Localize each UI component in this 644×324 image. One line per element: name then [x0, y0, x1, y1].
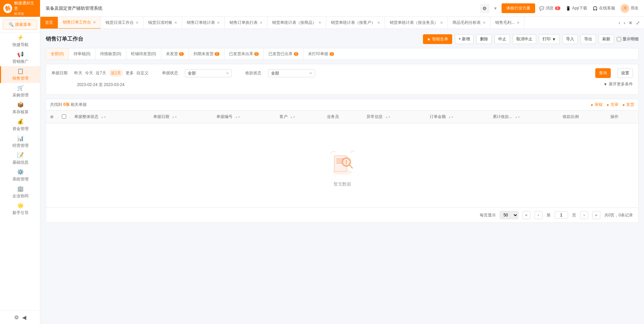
sub-tab-pending-review[interactable]: 待审核(0) [69, 48, 96, 59]
sort-amount[interactable]: ▲▼ [448, 116, 454, 119]
stop-button[interactable]: 中止 [495, 34, 510, 44]
ship-action-button[interactable]: ● 发货 [622, 102, 634, 108]
chevron-down-icon[interactable]: ▼ [493, 6, 498, 11]
sub-tab-pending-inspect[interactable]: 待拣验货(0) [95, 48, 126, 59]
sort-status[interactable]: ▲▼ [101, 116, 106, 119]
date-opt-more[interactable]: 更多 [126, 70, 134, 76]
delete-button[interactable]: 删除 [476, 34, 492, 44]
tab-sales-stats[interactable]: 销售订单统计表 ✕ [182, 17, 225, 29]
tab-cash-reconcile[interactable]: 钱货日清对账 ✕ [143, 17, 182, 29]
tab-close-all[interactable]: ✕ [627, 19, 634, 26]
sidebar-nav-item-marketing[interactable]: 📢 营销推广 [0, 49, 40, 66]
export-button[interactable]: 导出 [581, 34, 596, 44]
sort-collected[interactable]: ▲▼ [515, 116, 520, 119]
tab-close-sales-workbench[interactable]: ✕ [93, 21, 96, 24]
payment-status-select[interactable]: 全部 未收款 部分收款 已收清 [268, 69, 315, 77]
sort-number[interactable]: ▲▼ [235, 116, 241, 119]
tab-sales-summary-product[interactable]: 销货单统计表（按商品） ✕ [267, 17, 326, 29]
app-download-button[interactable]: 📱 App下载 [566, 5, 587, 11]
add-button[interactable]: + 新增 [455, 34, 474, 44]
prev-page-button[interactable]: ‹ [534, 211, 543, 219]
sort-customer[interactable]: ▲▼ [290, 116, 296, 119]
tab-gross-profit[interactable]: 商品毛利分析表 ✕ [448, 17, 490, 29]
query-button[interactable]: 查询 [595, 68, 611, 78]
status-select[interactable]: 全部 审核中 已审核 已中止 [185, 69, 232, 77]
tab-sales-more[interactable]: 销售毛利... ✕ [490, 17, 524, 29]
smart-create-button[interactable]: ★ 智能生单 [423, 34, 452, 44]
sub-tab-shipped-not-in[interactable]: 已发货未出库 0 [224, 48, 264, 59]
tab-sales-summary-customer[interactable]: 销货单统计表（按客户） ✕ [326, 17, 385, 29]
sub-tab-overdue[interactable]: 到期未发货 0 [189, 48, 224, 59]
sort-date[interactable]: ▲▼ [172, 116, 177, 119]
review-action-button[interactable]: ● 审核 [591, 102, 602, 108]
online-service-button[interactable]: 🎧 在线客服 [593, 5, 615, 11]
tab-home[interactable]: 首页 [40, 17, 58, 29]
last-page-button[interactable]: » [592, 211, 600, 219]
cancel-stop-button[interactable]: 取消中止 [513, 34, 536, 44]
user-avatar[interactable]: 用 用友 [620, 4, 639, 13]
date-opt-7days[interactable]: 近7天 [96, 70, 106, 76]
sub-tab-wangpu[interactable]: 旺铺待发货(0) [126, 48, 161, 59]
tab-cash-daily[interactable]: 钱货日清工作台 ✕ [101, 17, 143, 29]
show-detail-label[interactable]: 显示明细 [617, 36, 639, 42]
col-settings[interactable]: ⚙ [46, 111, 58, 123]
sidebar-nav-item-guide[interactable]: 🌟 新手引导 [0, 201, 40, 217]
date-opt-1month[interactable]: 近1月 [109, 70, 123, 77]
settings-footer-icon[interactable]: ⚙ [14, 314, 19, 321]
sidebar-nav-item-basic-info[interactable]: 📝 基础信息 [0, 150, 40, 167]
tab-close-gross-profit[interactable]: ✕ [483, 21, 485, 25]
page-number-input[interactable] [555, 211, 568, 219]
tab-maximize[interactable]: ⤢ [635, 19, 641, 26]
tab-close-summary-product[interactable]: ✕ [318, 21, 321, 25]
tab-close-summary-customer[interactable]: ✕ [377, 21, 380, 25]
sidebar-nav-item-system[interactable]: ⚙️ 系统管理 [0, 167, 40, 184]
sidebar-nav-item-inventory[interactable]: 📦 库存核算 [0, 100, 40, 117]
sub-tab-shipped-in[interactable]: 已发货已出库 0 [264, 48, 303, 59]
first-page-button[interactable]: « [522, 211, 530, 219]
sidebar-nav-item-operations[interactable]: 📊 经营管理 [0, 133, 40, 150]
date-opt-today[interactable]: 今天 [85, 70, 93, 76]
sidebar-nav-item-enterprise[interactable]: 🏢 企业协同 [0, 184, 40, 201]
tab-scroll-left[interactable]: ‹ [617, 19, 622, 26]
page-size-select[interactable]: 50 20 100 [500, 211, 518, 219]
print-button[interactable]: 打印 ▼ [539, 34, 560, 44]
col-checkbox[interactable] [58, 111, 70, 123]
tab-close-summary-staff[interactable]: ✕ [440, 21, 443, 25]
tab-sales-exec[interactable]: 销售订单执行表 ✕ [225, 17, 267, 29]
tab-close-sales-exec[interactable]: ✕ [260, 21, 262, 25]
tab-close-cash-daily[interactable]: ✕ [136, 21, 138, 25]
expand-filter-button[interactable]: ▼ 展开更多条件 [603, 81, 633, 87]
main-area: 装备及固定资产辅助管理系统 ⚙ ▼ 体验行业方案 💬 消息 6 📱 App下载 … [40, 0, 644, 324]
sub-tab-all[interactable]: 全部(0) [46, 48, 69, 59]
unreviewed-action-button[interactable]: ● 充审 [607, 102, 618, 108]
sub-tab-not-printed[interactable]: 未打印单据 0 [303, 48, 339, 59]
show-detail-checkbox[interactable] [617, 37, 621, 41]
date-options: 昨天 今天 近7天 近1月 更多 自定义 [74, 70, 148, 77]
sidebar-nav-item-sales[interactable]: 📋 销售管理 [0, 66, 40, 83]
refresh-button[interactable]: 刷新 [599, 34, 614, 44]
industry-solution-button[interactable]: 体验行业方案 [502, 3, 535, 13]
tab-sales-summary-staff[interactable]: 销货单统计表（按业务员） ✕ [385, 17, 448, 29]
sidebar-nav-item-finance[interactable]: 💰 资金管理 [0, 117, 40, 133]
table-scroll[interactable]: ⚙ 单据整体状态 ▲▼ 单据日期 ▲▼ [46, 111, 638, 207]
search-menu-button[interactable]: 🔍 搜索菜单 [3, 19, 37, 30]
sidebar-nav-item-purchase[interactable]: 🛒 采购管理 [0, 83, 40, 100]
sidebar-nav-item-quick-nav[interactable]: ⚡ 快捷导航 [0, 33, 40, 49]
date-opt-custom[interactable]: 自定义 [136, 70, 148, 76]
tab-close-sales-more[interactable]: ✕ [517, 21, 519, 25]
tab-close-sales-stats[interactable]: ✕ [217, 21, 220, 25]
next-page-button[interactable]: › [580, 211, 588, 219]
date-opt-yesterday[interactable]: 昨天 [74, 70, 82, 76]
enterprise-icon: 🏢 [17, 186, 24, 192]
select-all-checkbox[interactable] [62, 114, 66, 119]
tab-scroll-right[interactable]: › [622, 19, 627, 26]
sort-exception[interactable]: ▲▼ [385, 116, 391, 119]
tab-close-cash-reconcile[interactable]: ✕ [174, 21, 177, 25]
sub-tab-not-shipped[interactable]: 未发货 0 [161, 48, 189, 59]
topbar-settings-button[interactable]: ⚙ [480, 4, 489, 13]
tab-sales-workbench[interactable]: 销售订单工作台 ✕ [58, 17, 101, 29]
collapse-icon[interactable]: ◀ [22, 314, 26, 321]
message-button[interactable]: 💬 消息 6 [539, 5, 560, 11]
import-button[interactable]: 导入 [562, 34, 578, 44]
filter-settings-button[interactable]: 设置 [617, 68, 633, 78]
